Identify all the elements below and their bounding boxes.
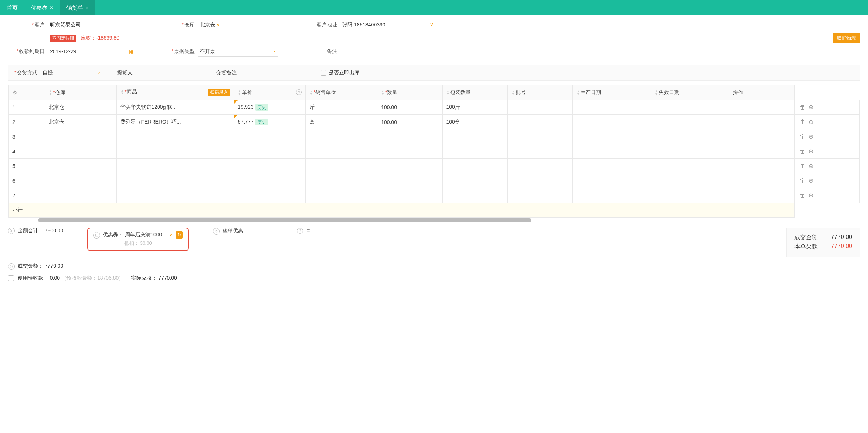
help-icon[interactable]: ? — [297, 228, 303, 234]
cell[interactable] — [573, 173, 651, 188]
help-icon[interactable]: ? — [296, 89, 302, 95]
cell[interactable]: 100盒 — [442, 115, 507, 129]
cell[interactable] — [117, 173, 234, 188]
remark-input[interactable] — [340, 50, 435, 53]
table-row[interactable]: 6🗑⊕ — [9, 173, 860, 188]
use-prepay-checkbox[interactable] — [8, 275, 14, 281]
add-icon[interactable]: ⊕ — [809, 163, 813, 169]
close-icon[interactable]: ✕ — [85, 5, 89, 10]
cell[interactable] — [651, 100, 729, 115]
cell[interactable] — [305, 159, 377, 173]
cell[interactable] — [651, 173, 729, 188]
table-row[interactable]: 2北京仓费列罗（FERRERO）巧...57.777历史盒100.00100盒🗑… — [9, 115, 860, 129]
delete-icon[interactable]: 🗑 — [800, 133, 806, 140]
table-row[interactable]: 5🗑⊕ — [9, 159, 860, 173]
cell[interactable] — [442, 159, 507, 173]
cell[interactable] — [729, 129, 794, 144]
cell[interactable] — [729, 100, 794, 115]
sort-icon[interactable]: ▲▼ — [310, 90, 313, 96]
delete-icon[interactable]: 🗑 — [800, 163, 806, 169]
add-icon[interactable]: ⊕ — [809, 119, 813, 125]
cell[interactable] — [442, 144, 507, 159]
history-badge[interactable]: 历史 — [255, 119, 268, 125]
cell[interactable] — [45, 159, 117, 173]
cell[interactable] — [573, 100, 651, 115]
cell[interactable] — [234, 159, 305, 173]
table-row[interactable]: 4🗑⊕ — [9, 144, 860, 159]
warehouse-select[interactable]: 北京仓∨ — [198, 20, 278, 30]
tab-home[interactable]: 首页 — [0, 0, 24, 15]
delivery-method-select[interactable]: 自提∨ — [40, 68, 102, 78]
cell[interactable] — [507, 159, 572, 173]
cell[interactable] — [729, 159, 794, 173]
delete-icon[interactable]: 🗑 — [800, 119, 806, 125]
cell[interactable] — [234, 129, 305, 144]
tab-coupon[interactable]: 优惠券✕ — [24, 0, 60, 15]
due-date-input[interactable]: 2019-12-29▦ — [48, 47, 136, 56]
cell[interactable] — [305, 144, 377, 159]
add-icon[interactable]: ⊕ — [809, 148, 813, 154]
customer-select[interactable]: 昕东贸易公司 — [48, 20, 136, 30]
cell[interactable] — [305, 188, 377, 203]
cell[interactable] — [729, 144, 794, 159]
cell[interactable] — [507, 100, 572, 115]
cell[interactable]: 19.923历史 — [234, 100, 305, 115]
sort-icon[interactable]: ▲▼ — [120, 89, 124, 95]
add-icon[interactable]: ⊕ — [809, 104, 813, 110]
cell[interactable]: 费列罗（FERRERO）巧... — [117, 115, 234, 129]
refresh-icon[interactable]: ↻ — [176, 231, 183, 239]
chevron-down-icon[interactable]: ∨ — [169, 232, 173, 237]
sort-icon[interactable]: ▲▼ — [49, 90, 52, 96]
cell[interactable] — [305, 129, 377, 144]
gear-icon[interactable]: ⚙ — [12, 90, 17, 96]
add-icon[interactable]: ⊕ — [809, 178, 813, 184]
invoice-type-select[interactable]: 不开票∨ — [198, 47, 278, 57]
sort-icon[interactable]: ▲▼ — [381, 90, 384, 96]
close-icon[interactable]: ✕ — [50, 5, 53, 10]
cell[interactable] — [117, 159, 234, 173]
cell[interactable] — [442, 129, 507, 144]
cell[interactable] — [45, 173, 117, 188]
cell[interactable] — [507, 173, 572, 188]
table-row[interactable]: 3🗑⊕ — [9, 129, 860, 144]
cell[interactable] — [377, 144, 442, 159]
sort-icon[interactable]: ▲▼ — [655, 90, 658, 96]
cell[interactable] — [729, 188, 794, 203]
coupon-select[interactable]: 周年店庆满1000... — [125, 232, 166, 237]
cell[interactable] — [573, 129, 651, 144]
cell[interactable] — [442, 173, 507, 188]
cell[interactable] — [117, 144, 234, 159]
table-row[interactable]: 7🗑⊕ — [9, 188, 860, 203]
cell[interactable]: 北京仓 — [45, 115, 117, 129]
cell[interactable] — [305, 173, 377, 188]
delete-icon[interactable]: 🗑 — [800, 192, 806, 198]
sort-icon[interactable]: ▲▼ — [576, 90, 580, 96]
delivery-note-input[interactable] — [240, 71, 306, 74]
cell[interactable]: 华美华夫软饼1200g 糕... — [117, 100, 234, 115]
order-discount-input[interactable] — [250, 232, 294, 232]
cell[interactable]: 100.00 — [377, 100, 442, 115]
cell[interactable] — [234, 144, 305, 159]
delete-icon[interactable]: 🗑 — [800, 104, 806, 110]
cell[interactable] — [573, 159, 651, 173]
cell[interactable]: 盒 — [305, 115, 377, 129]
cell[interactable] — [651, 129, 729, 144]
cell[interactable] — [234, 188, 305, 203]
history-badge[interactable]: 历史 — [255, 104, 268, 111]
cell[interactable] — [507, 188, 572, 203]
cell[interactable] — [651, 159, 729, 173]
cancel-logistics-button[interactable]: 取消物流 — [833, 33, 860, 43]
cell[interactable]: 57.777历史 — [234, 115, 305, 129]
cell[interactable] — [651, 188, 729, 203]
horizontal-scrollbar[interactable] — [38, 218, 531, 222]
address-select[interactable]: 张阳 18513400390∨ — [340, 20, 435, 30]
table-row[interactable]: 1北京仓华美华夫软饼1200g 糕...19.923历史斤100.00100斤🗑… — [9, 100, 860, 115]
cell[interactable] — [442, 188, 507, 203]
add-icon[interactable]: ⊕ — [809, 192, 813, 198]
cell[interactable] — [117, 188, 234, 203]
cell[interactable] — [507, 129, 572, 144]
cell[interactable] — [507, 115, 572, 129]
delete-icon[interactable]: 🗑 — [800, 178, 806, 184]
cell[interactable] — [117, 129, 234, 144]
delete-icon[interactable]: 🗑 — [800, 148, 806, 154]
